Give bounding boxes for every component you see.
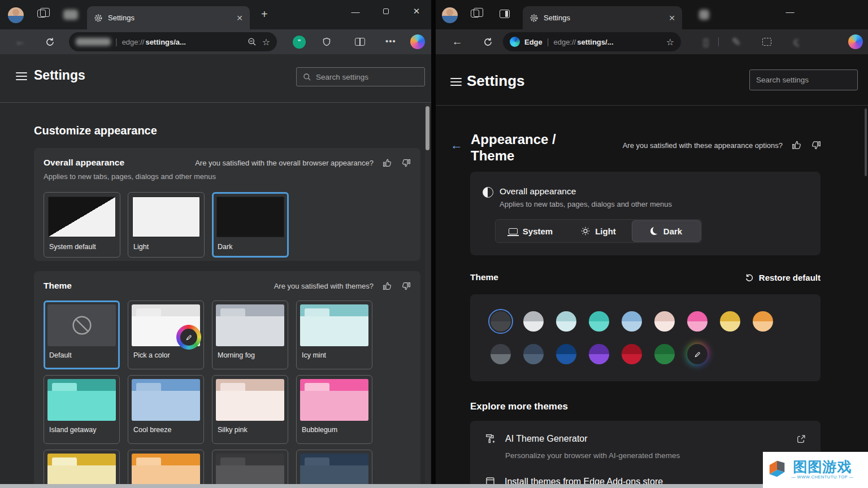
watermark-title: 图图游戏 xyxy=(793,459,852,474)
section-heading: Customize appearance xyxy=(34,124,157,137)
address-bar[interactable]: | edge://settings/a... ☆ xyxy=(69,32,277,51)
thumbs-up-icon[interactable] xyxy=(383,281,392,291)
feedback-question: Are you satisfied with the overall brows… xyxy=(195,159,374,167)
theme-color-swatch[interactable] xyxy=(488,342,513,367)
scrollbar-thumb[interactable] xyxy=(865,108,867,176)
card-title: Theme xyxy=(44,281,72,291)
address-bar[interactable]: Edge | edge://settings/... ☆ xyxy=(503,32,681,51)
thumbs-down-icon[interactable] xyxy=(401,158,411,168)
blurred-s-icon[interactable]: ς xyxy=(789,35,803,49)
edge-logo-icon xyxy=(510,37,520,47)
theme-color-swatch[interactable] xyxy=(619,342,644,367)
favorite-star-icon[interactable]: ☆ xyxy=(262,37,270,47)
theme-card-unnamed[interactable] xyxy=(44,450,120,488)
theme-card-pick-a-color[interactable]: Pick a color xyxy=(128,300,204,369)
refresh-icon[interactable] xyxy=(43,35,57,49)
theme-card-cool-breeze[interactable]: Cool breeze xyxy=(128,375,204,444)
back-icon[interactable]: ← xyxy=(450,35,464,49)
color-picker-wheel-icon xyxy=(176,325,201,350)
theme-color-swatch[interactable] xyxy=(750,309,775,334)
profile-avatar[interactable] xyxy=(442,7,458,23)
theme-color-swatch[interactable] xyxy=(554,342,579,367)
option-system-default[interactable]: System default xyxy=(44,192,120,258)
minimize-button[interactable]: — xyxy=(778,0,802,23)
settings-back-icon[interactable]: ← xyxy=(450,138,463,152)
search-settings-input[interactable]: Search settings xyxy=(749,69,858,90)
minimize-button[interactable]: — xyxy=(344,0,367,23)
ai-theme-icon xyxy=(485,433,496,445)
maximize-button[interactable] xyxy=(374,0,398,23)
external-link-icon[interactable] xyxy=(796,434,806,444)
restore-default-button[interactable]: Restore default xyxy=(745,273,821,282)
theme-color-swatch[interactable] xyxy=(619,309,644,334)
theme-card-unnamed[interactable] xyxy=(296,450,372,488)
shield-extension-icon[interactable] xyxy=(320,35,333,49)
profile-avatar[interactable] xyxy=(8,7,24,23)
tab-groups-icon[interactable] xyxy=(37,10,46,18)
theme-card-default[interactable]: Default xyxy=(44,300,120,369)
theme-card-island-getaway[interactable]: Island getaway xyxy=(44,375,120,444)
blurred-toolbar-icon[interactable]: ▯ xyxy=(699,35,713,49)
zoom-out-icon[interactable] xyxy=(248,37,257,46)
refresh-icon[interactable] xyxy=(481,35,494,49)
close-button[interactable]: ✕ xyxy=(405,0,428,23)
blurred-icon[interactable] xyxy=(699,10,709,20)
tab-settings[interactable]: Settings ✕ xyxy=(523,6,682,29)
theme-color-swatch[interactable] xyxy=(652,342,677,367)
thumbs-down-icon[interactable] xyxy=(401,281,411,291)
theme-color-swatch[interactable] xyxy=(718,309,743,334)
theme-preview xyxy=(216,454,284,488)
url-path: settings/a... xyxy=(145,38,186,46)
theme-color-swatch[interactable] xyxy=(521,309,546,334)
option-dark[interactable]: Dark xyxy=(212,192,289,258)
screenshot-icon[interactable] xyxy=(760,35,774,49)
mode-system[interactable]: System xyxy=(497,221,565,241)
theme-color-swatch[interactable] xyxy=(652,309,677,334)
menu-icon[interactable] xyxy=(450,78,462,86)
tab-close-icon[interactable]: ✕ xyxy=(669,14,675,23)
thumbs-down-icon[interactable] xyxy=(811,140,821,150)
theme-card-silky-pink[interactable]: Silky pink xyxy=(212,375,288,444)
search-settings-input[interactable]: Search settings xyxy=(296,67,425,86)
overall-appearance-card: Overall appearance Applies to new tabs, … xyxy=(470,172,821,255)
split-screen-icon[interactable] xyxy=(355,38,365,46)
theme-color-swatch[interactable] xyxy=(587,342,611,367)
theme-card-morning-fog[interactable]: Morning fog xyxy=(212,300,288,369)
thumbs-up-icon[interactable] xyxy=(792,140,802,150)
new-tab-button[interactable]: + xyxy=(261,8,268,21)
theme-color-swatch[interactable] xyxy=(587,309,611,334)
tab-groups-icon[interactable] xyxy=(471,10,479,18)
theme-color-swatch[interactable] xyxy=(554,309,579,334)
option-light[interactable]: Light xyxy=(128,192,205,258)
theme-color-swatch[interactable] xyxy=(521,342,546,367)
tab-settings[interactable]: Settings ✕ xyxy=(87,6,250,29)
favorite-star-icon[interactable]: ☆ xyxy=(666,37,674,47)
ai-theme-generator-row[interactable]: AI Theme Generator xyxy=(470,433,821,445)
blurred-site-label xyxy=(76,38,111,46)
theme-color-swatch[interactable] xyxy=(488,309,513,334)
custom-color-dropper-icon[interactable] xyxy=(685,342,710,367)
extension-badge-icon[interactable]: ” xyxy=(293,36,306,49)
theme-card-unnamed[interactable] xyxy=(212,450,288,488)
appearance-icon xyxy=(483,187,493,198)
theme-card-bubblegum[interactable]: Bubblegum xyxy=(296,375,372,444)
theme-color-swatch[interactable] xyxy=(685,309,710,334)
scrollbar-thumb[interactable] xyxy=(426,106,429,150)
theme-card-icy-mint[interactable]: Icy mint xyxy=(296,300,372,369)
menu-icon[interactable] xyxy=(16,72,27,80)
tab-close-icon[interactable]: ✕ xyxy=(236,14,243,23)
mode-dark[interactable]: Dark xyxy=(632,221,700,241)
copilot-icon[interactable] xyxy=(848,34,863,49)
mode-light[interactable]: Light xyxy=(565,221,632,241)
workspaces-icon[interactable] xyxy=(500,10,510,18)
theme-card-unnamed[interactable] xyxy=(128,450,204,488)
blurred-icon[interactable] xyxy=(63,10,78,20)
blurred-pen-icon[interactable]: ✎ xyxy=(730,35,743,49)
theme-preview xyxy=(300,454,368,488)
scrollbar[interactable] xyxy=(425,104,430,488)
copilot-icon[interactable] xyxy=(410,34,425,49)
more-menu-icon[interactable]: ••• xyxy=(385,36,396,46)
breadcrumb: Appearance / Theme xyxy=(471,131,556,164)
thumbs-up-icon[interactable] xyxy=(383,158,392,168)
back-icon[interactable]: ← xyxy=(14,35,27,49)
